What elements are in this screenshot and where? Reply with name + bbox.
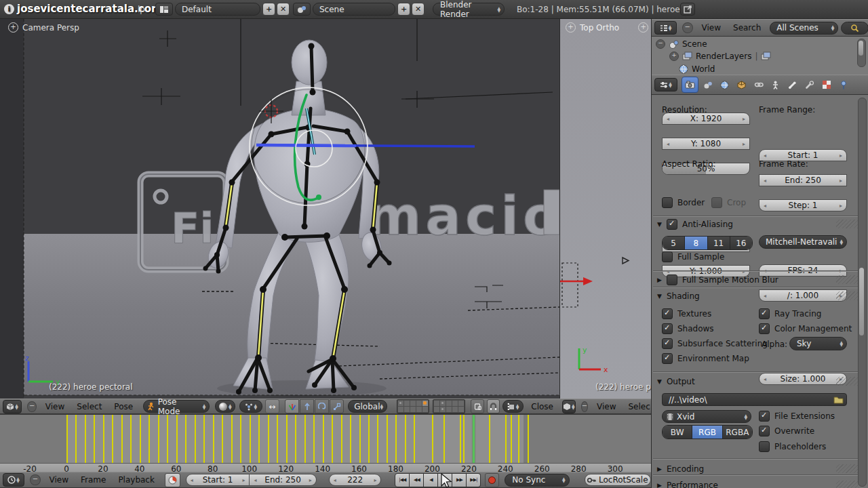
- props-tab-scene[interactable]: [700, 77, 715, 92]
- crop-checkbox[interactable]: Crop: [711, 197, 746, 208]
- keyframe-marker[interactable]: [405, 415, 406, 463]
- file-extensions-checkbox[interactable]: File Extensions: [759, 411, 835, 422]
- screen-layout-selector[interactable]: Default: [175, 3, 260, 16]
- plus-icon[interactable]: +: [638, 22, 648, 33]
- aa-size-field[interactable]: ◂Size: 1.000▸: [759, 373, 847, 385]
- keyframe-marker[interactable]: [85, 415, 86, 463]
- scene-selector[interactable]: Scene: [313, 3, 395, 16]
- keyframe-marker[interactable]: [414, 415, 415, 463]
- shading-shadows-checkbox[interactable]: Shadows: [662, 323, 714, 334]
- layer-cell[interactable]: [446, 401, 452, 406]
- props-tab-bone-constraint[interactable]: [802, 77, 817, 92]
- keyframe-marker[interactable]: [240, 415, 241, 463]
- viewport-3d-side[interactable]: y x + Top Ortho + (222) heroe p: [559, 19, 651, 399]
- help-menu-remnant[interactable]: lp: [138, 5, 145, 14]
- folder-icon[interactable]: [833, 395, 844, 404]
- editor-type-3dview-side[interactable]: ▲▼: [562, 400, 576, 413]
- mode-selector[interactable]: Pose Mode ▲▼: [143, 400, 210, 413]
- previous-keyframe-button[interactable]: ◀◀: [410, 473, 424, 487]
- timeline-menu-view[interactable]: View: [43, 472, 75, 487]
- keyframe-marker[interactable]: [432, 415, 433, 463]
- editor-type-properties[interactable]: ▲▼: [654, 78, 677, 92]
- layer-cell[interactable]: [422, 407, 428, 412]
- lock-to-scene-button[interactable]: [471, 399, 484, 413]
- keyframe-marker[interactable]: [460, 415, 461, 463]
- keyframe-marker[interactable]: [66, 415, 68, 463]
- keyframe-marker[interactable]: [528, 415, 529, 463]
- output-container-selector[interactable]: Xvid ▲▼: [662, 410, 751, 423]
- performance-panel-header[interactable]: ▶Performance: [657, 479, 718, 488]
- keyframe-marker[interactable]: [75, 415, 77, 463]
- timeline-keyframe-area[interactable]: [0, 415, 651, 463]
- collapse-menus-icon[interactable]: −: [30, 474, 40, 485]
- keyframe-marker[interactable]: [313, 415, 315, 463]
- color-mode-bw[interactable]: BW: [663, 426, 692, 439]
- aa-filter-selector[interactable]: Mitchell-Netravali ▲▼: [759, 235, 847, 249]
- props-tab-physics[interactable]: [835, 77, 851, 92]
- anti-aliasing-checkbox[interactable]: [667, 219, 677, 230]
- close-button[interactable]: Close: [525, 399, 559, 413]
- editor-type-3dview[interactable]: ▲▼: [3, 400, 22, 413]
- timeline[interactable]: -200204060801001201401601802002202402602…: [0, 414, 651, 472]
- keyframe-marker[interactable]: [332, 415, 333, 463]
- outliner-menu-search[interactable]: Search: [727, 20, 767, 36]
- screen-layout-icon[interactable]: [155, 3, 173, 16]
- timeline-end-field[interactable]: ◂End: 250▸: [250, 474, 316, 486]
- layer-cell[interactable]: [416, 407, 422, 412]
- keyframe-marker[interactable]: [121, 415, 123, 463]
- shading-textures-checkbox[interactable]: Textures: [662, 308, 711, 319]
- resolution-x-field[interactable]: ◂X: 1920▸: [662, 113, 750, 125]
- props-tab-render[interactable]: [682, 77, 698, 93]
- shading-subsurface-scattering-checkbox[interactable]: Subsurface Scattering: [662, 338, 768, 349]
- keyframe-marker[interactable]: [505, 415, 507, 463]
- keyframe-marker[interactable]: [277, 415, 278, 463]
- menu-pose[interactable]: Pose: [108, 399, 139, 413]
- layer-cell[interactable]: [398, 407, 403, 412]
- manipulator-rotate-button[interactable]: [315, 399, 329, 413]
- layer-cell[interactable]: [446, 407, 452, 412]
- collapse-menus-icon[interactable]: −: [581, 401, 588, 412]
- keyframe-marker[interactable]: [140, 415, 141, 463]
- keyframe-marker[interactable]: [112, 415, 113, 463]
- add-layout-button[interactable]: +: [262, 3, 275, 16]
- outliner-row-scene[interactable]: − Scene: [656, 39, 707, 49]
- layer-cell[interactable]: [440, 407, 446, 412]
- manipulator-toggle[interactable]: ↔: [265, 399, 280, 413]
- props-tab-bone[interactable]: [785, 77, 800, 92]
- menu-view[interactable]: View: [39, 399, 71, 413]
- keyframe-marker[interactable]: [130, 415, 132, 463]
- aa-samples-8[interactable]: 8: [685, 237, 707, 249]
- viewport-3d-main[interactable]: Fi macio: [0, 19, 559, 399]
- keyframe-marker[interactable]: [258, 415, 260, 463]
- keyframe-marker[interactable]: [350, 415, 351, 463]
- layer-cell[interactable]: [458, 407, 464, 412]
- outliner-filter-selector[interactable]: All Scenes ▲▼: [770, 22, 838, 35]
- layer-cell[interactable]: [398, 401, 403, 406]
- aa-samples-16[interactable]: 16: [730, 237, 752, 249]
- current-frame-field[interactable]: ◂222▸: [329, 474, 382, 486]
- keyframe-marker[interactable]: [167, 415, 168, 463]
- timeline-start-field[interactable]: ◂Start: 1▸: [186, 474, 250, 486]
- editor-type-timeline[interactable]: ▲▼: [3, 473, 24, 487]
- keyframe-marker[interactable]: [387, 415, 388, 463]
- expand-icon[interactable]: +: [669, 52, 679, 61]
- layers-grid-1[interactable]: [397, 399, 429, 413]
- outliner-row-renderlayers[interactable]: + RenderLayers |: [669, 52, 771, 61]
- manipulator-scale-button[interactable]: [330, 399, 344, 413]
- layer-cell[interactable]: [434, 401, 439, 406]
- close-layout-button[interactable]: ✕: [277, 3, 290, 16]
- keyframe-marker[interactable]: [103, 415, 104, 463]
- keyframe-marker[interactable]: [185, 415, 186, 463]
- outliner-search-box[interactable]: [841, 22, 868, 35]
- layer-cell[interactable]: [410, 407, 416, 412]
- record-button[interactable]: [485, 473, 499, 487]
- manipulator-translate-button[interactable]: [300, 399, 314, 413]
- scene-icon[interactable]: [293, 3, 311, 16]
- layer-cell[interactable]: [404, 407, 410, 412]
- color-mode-rgba[interactable]: RGBA: [723, 426, 752, 439]
- menu-select[interactable]: Select: [71, 399, 108, 413]
- output-path-field[interactable]: //..\video\: [662, 393, 847, 406]
- outliner-scrollbar[interactable]: [857, 39, 866, 67]
- keyframe-marker[interactable]: [304, 415, 306, 463]
- keyframe-marker[interactable]: [359, 415, 361, 463]
